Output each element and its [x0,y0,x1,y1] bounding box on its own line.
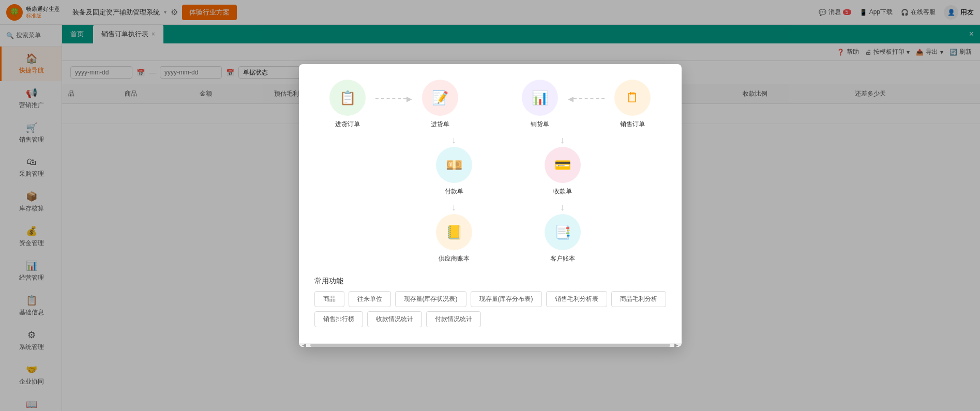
flow-row-3: 📒 供应商账本 📑 客户账本 [314,214,666,263]
arrow-down-receipt: ↓ [526,202,599,213]
sale-bill-label: 销货单 [531,120,549,129]
payment-icon: 💴 [436,147,472,183]
flow-node-supplier-account[interactable]: 📒 供应商账本 [418,214,490,263]
flow-node-sale-order[interactable]: 🗒 销售订单 [599,80,666,129]
flow-arrows-row: ↓ ↓ [314,134,666,147]
supplier-account-icon: 📒 [436,214,472,250]
receipt-icon: 💳 [545,147,581,183]
common-title: 常用功能 [314,277,666,286]
supplier-account-label: 供应商账本 [439,254,470,263]
common-btn-商品[interactable]: 商品 [314,291,344,307]
customer-account-label: 客户账本 [550,254,575,263]
common-btn-收款情况统计[interactable]: 收款情况统计 [367,311,422,327]
common-btn-商品毛利分析[interactable]: 商品毛利分析 [611,291,666,307]
flow-row-2: 💴 付款单 💳 收款单 [314,147,666,196]
arrow-down-purchase: ↓ [418,135,490,146]
scroll-right-btn[interactable]: ▶ [671,342,682,347]
customer-account-icon: 📑 [545,214,581,250]
flow-node-receipt[interactable]: 💳 收款单 [526,147,599,196]
sale-bill-icon: 📊 [522,80,558,116]
flow-row-1: 📋 进货订单 ▶ 📝 [314,80,666,129]
arrow-down-sale: ↓ [526,135,599,146]
scrollbar-thumb[interactable] [310,344,670,347]
common-btn-现存量(库存分布表)[interactable]: 现存量(库存分布表) [471,291,542,307]
payment-label: 付款单 [445,187,463,196]
flow-arrows-row-2: ↓ ↓ [314,201,666,214]
purchase-order-icon: 📋 [329,80,366,116]
modal-scrollbar: ◀ ▶ [299,343,682,347]
purchase-bill-icon: 📝 [422,80,458,116]
common-btn-销售排行榜[interactable]: 销售排行榜 [314,311,363,327]
receipt-label: 收款单 [553,187,572,196]
flow-node-payment[interactable]: 💴 付款单 [418,147,490,196]
common-buttons: 商品往来单位现存量(库存状况表)现存量(库存分布表)销售毛利分析表商品毛利分析销… [314,291,666,327]
common-btn-销售毛利分析表[interactable]: 销售毛利分析表 [546,291,607,307]
sale-order-icon: 🗒 [614,80,651,116]
scroll-left-btn[interactable]: ◀ [299,342,309,347]
purchase-order-label: 进货订单 [335,120,360,129]
flow-node-purchase-bill[interactable]: 📝 进货单 [407,80,473,129]
modal-content: 📋 进货订单 ▶ 📝 [299,64,682,343]
flow-diagram: 📋 进货订单 ▶ 📝 [314,80,666,268]
modal: 📋 进货订单 ▶ 📝 [299,64,682,347]
common-section: 常用功能 商品往来单位现存量(库存状况表)现存量(库存分布表)销售毛利分析表商品… [314,277,666,327]
arrow-down-payment: ↓ [418,202,490,213]
common-btn-付款情况统计[interactable]: 付款情况统计 [426,311,481,327]
common-btn-现存量(库存状况表)[interactable]: 现存量(库存状况表) [395,291,466,307]
flow-node-purchase-order[interactable]: 📋 进货订单 [314,80,381,129]
modal-overlay[interactable]: 📋 进货订单 ▶ 📝 [0,0,980,411]
flow-node-sale-bill[interactable]: 📊 销货单 [507,80,573,129]
flow-node-customer-account[interactable]: 📑 客户账本 [526,214,599,263]
common-btn-往来单位[interactable]: 往来单位 [349,291,391,307]
sale-order-label: 销售订单 [620,120,645,129]
purchase-bill-label: 进货单 [431,120,449,129]
